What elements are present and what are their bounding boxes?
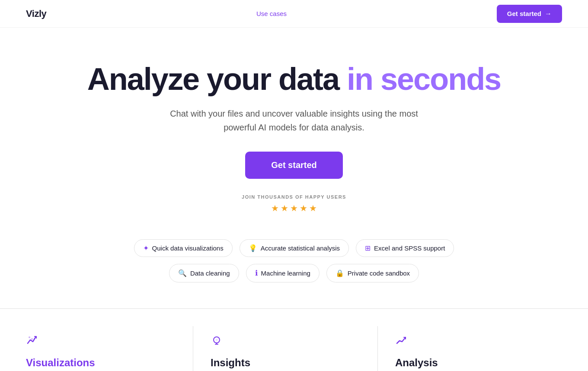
logo: Vizly: [26, 8, 46, 19]
bulb-icon: 💡: [249, 244, 257, 252]
chip-excel-spss-label: Excel and SPSS support: [374, 244, 445, 252]
nav-link-use-cases[interactable]: Use cases: [256, 10, 287, 17]
sparkle-icon: ✦: [143, 244, 149, 252]
star-4: ★: [300, 203, 307, 213]
feature-insights: Insights Chat with your data and uncover…: [193, 326, 378, 371]
nav-links: Use cases: [256, 10, 287, 17]
chip-code-sandbox: 🔒 Private code sandbox: [326, 264, 419, 282]
lock-icon: 🔒: [336, 269, 344, 277]
social-proof: JOIN THOUSANDS OF HAPPY USERS ★ ★ ★ ★ ★: [26, 194, 562, 213]
star-3: ★: [290, 203, 298, 213]
analysis-icon: [395, 335, 545, 350]
chip-data-cleaning: 🔍 Data cleaning: [169, 264, 239, 282]
hero-get-started-button[interactable]: Get started: [245, 152, 343, 179]
star-rating: ★ ★ ★ ★ ★: [271, 203, 317, 213]
feature-chips: ✦ Quick data visualizations 💡 Accurate s…: [0, 231, 588, 300]
chip-stat-analysis: 💡 Accurate statistical analysis: [240, 239, 349, 257]
star-1: ★: [271, 203, 279, 213]
hero-title-accent: in seconds: [347, 62, 501, 96]
search-icon: 🔍: [178, 269, 187, 277]
visualizations-icon: [26, 335, 176, 350]
feature-visualizations: Visualizations Automatically create inte…: [26, 326, 193, 371]
chip-code-sandbox-label: Private code sandbox: [348, 270, 410, 277]
info-icon: ℹ: [255, 269, 258, 278]
navbar: Vizly Use cases Get started →: [0, 0, 588, 28]
chip-stat-analysis-label: Accurate statistical analysis: [261, 244, 340, 252]
insights-icon: [211, 335, 360, 350]
chip-data-cleaning-label: Data cleaning: [190, 270, 230, 277]
chip-quick-viz: ✦ Quick data visualizations: [134, 239, 233, 257]
insights-title: Insights: [211, 357, 360, 369]
hero-subtitle: Chat with your files and uncover valuabl…: [156, 107, 432, 134]
star-2: ★: [281, 203, 288, 213]
chip-excel-spss: ⊞ Excel and SPSS support: [356, 239, 454, 257]
social-proof-label: JOIN THOUSANDS OF HAPPY USERS: [242, 194, 346, 200]
chips-row-1: ✦ Quick data visualizations 💡 Accurate s…: [134, 239, 454, 257]
nav-get-started-button[interactable]: Get started →: [497, 5, 562, 23]
svg-point-1: [31, 338, 33, 340]
visualizations-title: Visualizations: [26, 357, 176, 369]
grid-icon: ⊞: [365, 244, 371, 252]
chips-row-2: 🔍 Data cleaning ℹ Machine learning 🔒 Pri…: [169, 264, 419, 282]
chip-machine-learning-label: Machine learning: [261, 270, 310, 277]
chip-quick-viz-label: Quick data visualizations: [152, 244, 224, 252]
features-section: Visualizations Automatically create inte…: [0, 308, 588, 371]
hero-title: Analyze your data in seconds: [26, 62, 562, 96]
svg-point-0: [29, 336, 30, 338]
star-5: ★: [309, 203, 317, 213]
hero-section: Analyze your data in seconds Chat with y…: [0, 28, 588, 231]
nav-cta-arrow-icon: →: [545, 10, 552, 18]
analysis-title: Analysis: [395, 357, 545, 369]
chip-machine-learning: ℹ Machine learning: [246, 264, 320, 282]
feature-analysis: Analysis Perform complex analysis and ge…: [378, 326, 562, 371]
